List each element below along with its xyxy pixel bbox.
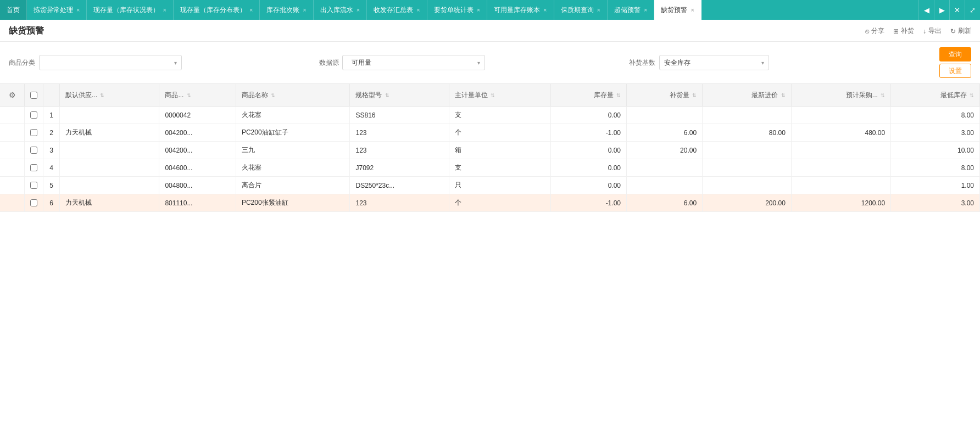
tab-maximize-btn[interactable]: ⤢: [965, 0, 980, 20]
tab-shortage-warn-close[interactable]: ×: [691, 7, 694, 13]
tab-inout-flow[interactable]: 出入库流水 ×: [314, 0, 367, 20]
row-latest-price-cell: 200.00: [703, 194, 792, 212]
table-row[interactable]: 6 力天机械 801110... PC200张紧油缸 123 个 -1.00 6…: [0, 194, 980, 212]
tab-overstock-warn[interactable]: 超储预警 ×: [608, 0, 654, 20]
row-stock-cell: 0.00: [550, 107, 626, 124]
row-supplier-cell: 力天机械: [60, 124, 159, 142]
table-row[interactable]: 2 力天机械 004200... PC200油缸缸子 123 个 -1.00 6…: [0, 124, 980, 142]
row-unit-cell: 箱: [449, 142, 550, 159]
tab-next-btn[interactable]: ▶: [934, 0, 949, 20]
col-stock[interactable]: 库存量 ⇅: [550, 84, 626, 107]
datasource-select[interactable]: 可用量 ▾: [342, 55, 485, 70]
row-stock-cell: -1.00: [550, 124, 626, 142]
page-header: 缺货预警 ⎋ 分享 ⊞ 补货 ↓ 导出 ↻ 刷新: [0, 20, 980, 42]
row-settings-cell: [0, 159, 25, 177]
row-unit-cell: 支: [449, 159, 550, 177]
tab-batch-account[interactable]: 库存批次账 ×: [260, 0, 313, 20]
col-replenish[interactable]: 补货量 ⇅: [626, 84, 702, 107]
category-filter-block: 商品分类 ▾: [9, 55, 315, 70]
tab-available-ledger[interactable]: 可用量库存账本 ×: [487, 0, 554, 20]
table-row[interactable]: 4 004600... 火花塞 J7092 支 0.00 8.00: [0, 159, 980, 177]
row-checkbox[interactable]: [30, 164, 37, 171]
table-row[interactable]: 1 0000042 火花塞 SS816 支 0.00 8.00: [0, 107, 980, 124]
col-latest-price[interactable]: 最新进价 ⇅: [703, 84, 792, 107]
col-supplier[interactable]: 默认供应... ⇅: [60, 84, 159, 107]
tab-order-stats-close[interactable]: ×: [477, 7, 480, 13]
replenish-base-arrow-icon: ▾: [761, 60, 764, 66]
col-min-stock[interactable]: 最低库存 ⇅: [891, 84, 980, 107]
tab-available-ledger-close[interactable]: ×: [543, 7, 547, 13]
row-supplier-cell: [60, 159, 159, 177]
tab-inventory-status-close[interactable]: ×: [163, 7, 166, 13]
export-btn[interactable]: ↓ 导出: [923, 26, 942, 36]
tab-bar: 首页 拣货异常处理 × 现存量（库存状况表） × 现存量（库存分布表） × 库存…: [0, 0, 980, 20]
row-checkbox[interactable]: [30, 129, 37, 136]
min-stock-sort-icon: ⇅: [970, 93, 974, 98]
row-latest-price-cell: [703, 107, 792, 124]
tab-expiry-query-close[interactable]: ×: [597, 7, 600, 13]
row-est-purchase-cell: [791, 107, 890, 124]
row-spec-cell: J7092: [350, 159, 449, 177]
tab-prev-btn[interactable]: ◀: [918, 0, 934, 20]
col-est-purchase[interactable]: 预计采购... ⇅: [791, 84, 890, 107]
col-product-name[interactable]: 商品名称 ⇅: [236, 84, 350, 107]
row-spec-cell: 123: [350, 142, 449, 159]
row-checkbox[interactable]: [30, 111, 37, 119]
row-spec-cell: 123: [350, 194, 449, 212]
row-latest-price-cell: [703, 177, 792, 194]
row-checkbox[interactable]: [30, 182, 37, 189]
replenish-base-select[interactable]: 安全库存 ▾: [659, 55, 769, 70]
share-btn[interactable]: ⎋ 分享: [865, 26, 884, 36]
tab-recv-summary-close[interactable]: ×: [416, 7, 420, 13]
row-spec-cell: SS816: [350, 107, 449, 124]
tab-exception[interactable]: 拣货异常处理 ×: [27, 0, 87, 20]
row-num-cell: 2: [43, 124, 60, 142]
tab-close-all-btn[interactable]: ✕: [949, 0, 965, 20]
tab-inventory-dist-close[interactable]: ×: [249, 7, 253, 13]
col-unit[interactable]: 主计量单位 ⇅: [449, 84, 550, 107]
row-latest-price-cell: 80.00: [703, 124, 792, 142]
row-unit-cell: 个: [449, 124, 550, 142]
row-num-cell: 3: [43, 142, 60, 159]
replenish-sort-icon: ⇅: [692, 93, 697, 98]
row-product-code-cell: 801110...: [159, 194, 236, 212]
tab-expiry-query[interactable]: 保质期查询 ×: [554, 0, 608, 20]
refresh-btn[interactable]: ↻ 刷新: [950, 26, 971, 36]
filter-buttons: 查询 设置: [939, 47, 971, 78]
tab-inventory-dist[interactable]: 现存量（库存分布表） ×: [174, 0, 260, 20]
row-checkbox[interactable]: [30, 199, 37, 206]
row-num-cell: 5: [43, 177, 60, 194]
col-product-code[interactable]: 商品... ⇅: [159, 84, 236, 107]
replenish-btn[interactable]: ⊞ 补货: [893, 26, 914, 36]
row-checkbox[interactable]: [30, 147, 37, 154]
row-replenish-cell: [626, 177, 702, 194]
query-button[interactable]: 查询: [939, 47, 971, 61]
select-all-checkbox[interactable]: [30, 92, 37, 99]
tab-order-stats[interactable]: 要货单统计表 ×: [427, 0, 487, 20]
row-product-code-cell: 004800...: [159, 177, 236, 194]
settings-button[interactable]: 设置: [939, 64, 971, 78]
table-row[interactable]: 5 004800... 离合片 DS250*23c... 只 0.00 1.00: [0, 177, 980, 194]
row-product-code-cell: 0000042: [159, 107, 236, 124]
column-settings-icon[interactable]: ⚙: [5, 88, 19, 102]
stock-sort-icon: ⇅: [616, 93, 621, 98]
row-product-name-cell: 火花塞: [236, 159, 350, 177]
tab-inout-flow-close[interactable]: ×: [357, 7, 360, 13]
tab-overstock-warn-close[interactable]: ×: [644, 7, 647, 13]
category-select[interactable]: ▾: [39, 55, 182, 70]
row-checkbox-cell: [25, 142, 43, 159]
col-spec[interactable]: 规格型号 ⇅: [350, 84, 449, 107]
replenish-base-filter-block: 补货基数 安全库存 ▾: [629, 55, 935, 70]
row-min-stock-cell: 3.00: [891, 124, 980, 142]
row-checkbox-cell: [25, 124, 43, 142]
row-replenish-cell: 6.00: [626, 194, 702, 212]
page-content: 缺货预警 ⎋ 分享 ⊞ 补货 ↓ 导出 ↻ 刷新 商品分类: [0, 20, 980, 437]
tab-shortage-warn[interactable]: 缺货预警 ×: [654, 0, 701, 20]
table-row[interactable]: 3 004200... 三九 123 箱 0.00 20.00 10.00: [0, 142, 980, 159]
tab-recv-summary[interactable]: 收发存汇总表 ×: [367, 0, 427, 20]
tab-batch-account-close[interactable]: ×: [303, 7, 306, 13]
datasource-select-value: 可用量: [347, 58, 376, 68]
tab-home[interactable]: 首页: [0, 0, 27, 20]
tab-inventory-status[interactable]: 现存量（库存状况表） ×: [87, 0, 173, 20]
tab-exception-close[interactable]: ×: [76, 7, 80, 13]
